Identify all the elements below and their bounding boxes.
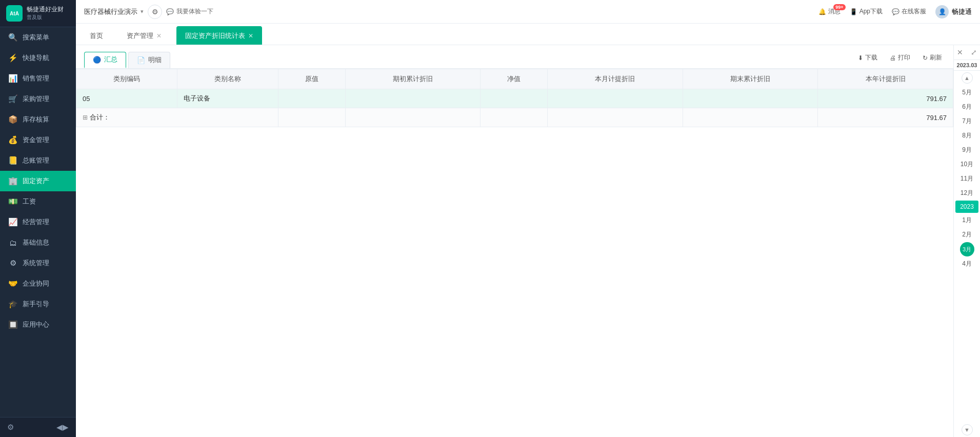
month-item[interactable]: 8月: [955, 129, 978, 143]
sidebar-item-purchase[interactable]: 🛒采购管理: [0, 89, 76, 109]
sidebar-item-cooperation[interactable]: 🤝企业协同: [0, 273, 76, 294]
system-icon: ⚙: [8, 259, 17, 268]
table-cell: [481, 89, 548, 108]
download-label: App下载: [859, 7, 883, 16]
month-item[interactable]: 1月: [955, 213, 978, 227]
tab-home[interactable]: 首页: [81, 26, 112, 45]
table-cell: [345, 89, 481, 108]
sales-icon: 📊: [8, 74, 17, 83]
month-item[interactable]: 6月: [955, 100, 978, 114]
sidebar-item-apps[interactable]: 🔲应用中心: [0, 314, 76, 335]
total-cell: [481, 108, 548, 127]
panel-close-button[interactable]: ✕: [957, 48, 963, 56]
username: 畅捷通: [952, 7, 972, 16]
topbar-gear-button[interactable]: ⚙: [148, 5, 162, 19]
sidebar-label-system: 系统管理: [23, 259, 49, 268]
service-label: 在线客服: [902, 7, 926, 16]
total-cell: [547, 108, 683, 127]
sidebar-item-system[interactable]: ⚙系统管理: [0, 253, 76, 273]
panel-expand-button[interactable]: ⤢: [971, 48, 977, 56]
operation-icon: 📈: [8, 217, 17, 227]
table-body: 05电子设备791.67⊞合计：791.67: [76, 89, 953, 127]
sidebar-item-fixed_assets[interactable]: 🏢固定资产: [0, 171, 76, 191]
experience-icon: 💬: [166, 8, 174, 15]
table-cell: 05: [76, 89, 177, 108]
total-cell: [683, 108, 818, 127]
panel-nav-up-button[interactable]: ▲: [962, 72, 973, 84]
sidebar-item-payroll[interactable]: 💵工资: [0, 191, 76, 212]
month-item[interactable]: 9月: [955, 143, 978, 157]
finance-icon: 💰: [8, 135, 17, 145]
main-area: 医疗器械行业演示 ▾ ⚙ 💬 我要体验一下 🔔 消息 99+ 📱 App下载 💬…: [76, 0, 980, 437]
tab-depreciation[interactable]: 固定资产折旧统计表✕: [176, 26, 262, 45]
sub-tab-label-detail: 明细: [148, 55, 162, 65]
col-header: 期末累计折旧: [683, 69, 818, 89]
app-download-button[interactable]: 📱 App下载: [850, 7, 883, 16]
sidebar-label-search: 搜索菜单: [23, 33, 49, 42]
month-item[interactable]: 7月: [955, 114, 978, 128]
col-header: 期初累计折旧: [345, 69, 481, 89]
sidebar-item-ledger[interactable]: 📒总账管理: [0, 150, 76, 171]
refresh-button[interactable]: ↻ 刷新: [919, 51, 945, 64]
collapse-icon[interactable]: ◀▶: [56, 423, 69, 432]
topbar-right: 🔔 消息 99+ 📱 App下载 💬 在线客服 👤 畅捷通: [818, 5, 972, 18]
table-row: 05电子设备791.67: [76, 89, 953, 108]
chevron-down-icon: ▾: [141, 8, 144, 15]
logo-text: 畅捷通好业财: [27, 6, 64, 14]
company-selector[interactable]: 医疗器械行业演示 ▾: [84, 7, 144, 16]
print-button[interactable]: 🖨 打印: [887, 51, 913, 64]
ledger-icon: 📒: [8, 156, 17, 165]
basic-icon: 🗂: [8, 238, 17, 247]
user-menu[interactable]: 👤 畅捷通: [935, 5, 972, 18]
logo-sub: 普及版: [27, 14, 64, 21]
guide-icon: 🎓: [8, 300, 17, 309]
month-item[interactable]: 5月: [955, 86, 978, 100]
month-item[interactable]: 2月: [955, 228, 978, 242]
year-group: 20231月2月3月4月: [954, 201, 980, 271]
experience-button[interactable]: 💬 我要体验一下: [166, 7, 213, 16]
panel-nav-down-button[interactable]: ▼: [962, 424, 973, 435]
table-header: 类别编码类别名称原值期初累计折旧净值本月计提折旧期末累计折旧本年计提折旧: [76, 69, 953, 89]
message-button[interactable]: 🔔 消息 99+: [818, 7, 841, 16]
sidebar-item-inventory[interactable]: 📦库存核算: [0, 109, 76, 130]
sidebar-item-sales[interactable]: 📊销售管理: [0, 68, 76, 89]
download-action-label: 下载: [865, 53, 877, 62]
message-icon: 🔔: [818, 8, 826, 15]
detail-icon: 📄: [137, 56, 145, 64]
sidebar-label-sales: 销售管理: [23, 74, 49, 83]
year-label-item[interactable]: 2023: [955, 201, 978, 213]
sidebar-item-operation[interactable]: 📈经营管理: [0, 212, 76, 232]
sub-tab-detail[interactable]: 📄明细: [128, 52, 170, 68]
month-item[interactable]: 4月: [955, 257, 978, 271]
panel-date-label: 2023.03: [954, 60, 980, 71]
month-item[interactable]: 12月: [955, 186, 978, 200]
search-icon: 🔍: [8, 33, 17, 42]
tab-assets[interactable]: 资产管理✕: [118, 26, 170, 45]
month-item[interactable]: 3月: [960, 242, 974, 256]
month-item[interactable]: 11月: [955, 172, 978, 186]
month-item[interactable]: 10月: [955, 157, 978, 171]
sub-tab-summary[interactable]: 🔵汇总: [84, 52, 126, 68]
cooperation-icon: 🤝: [8, 279, 17, 288]
sidebar-item-search[interactable]: 🔍搜索菜单: [0, 27, 76, 48]
right-panel-header: ✕ ⤢: [954, 45, 980, 60]
settings-bottom-icon[interactable]: ⚙: [7, 423, 14, 432]
sidebar-item-finance[interactable]: 💰资金管理: [0, 130, 76, 150]
download-button[interactable]: ⬇ 下载: [855, 51, 881, 64]
sidebar-scroll: 🔍搜索菜单⚡快捷导航📊销售管理🛒采购管理📦库存核算💰资金管理📒总账管理🏢固定资产…: [0, 27, 76, 417]
tab-close-assets[interactable]: ✕: [156, 32, 162, 39]
sidebar-item-basic[interactable]: 🗂基础信息: [0, 232, 76, 253]
sidebar-item-quicknav[interactable]: ⚡快捷导航: [0, 48, 76, 68]
tab-label-depreciation: 固定资产折旧统计表: [185, 31, 245, 41]
tab-close-depreciation[interactable]: ✕: [248, 32, 253, 39]
inventory-icon: 📦: [8, 115, 17, 124]
online-service-button[interactable]: 💬 在线客服: [892, 7, 926, 16]
total-icon: ⊞: [83, 114, 88, 121]
sidebar-label-finance: 资金管理: [23, 135, 49, 145]
sidebar-item-guide[interactable]: 🎓新手引导: [0, 294, 76, 314]
payroll-icon: 💵: [8, 197, 17, 206]
sidebar-label-fixed_assets: 固定资产: [23, 176, 49, 186]
content-main: 🔵汇总📄明细 ⬇ 下载 🖨 打印 ↻ 刷新: [76, 45, 953, 437]
refresh-icon: ↻: [923, 54, 928, 62]
sidebar-label-operation: 经营管理: [23, 217, 49, 227]
